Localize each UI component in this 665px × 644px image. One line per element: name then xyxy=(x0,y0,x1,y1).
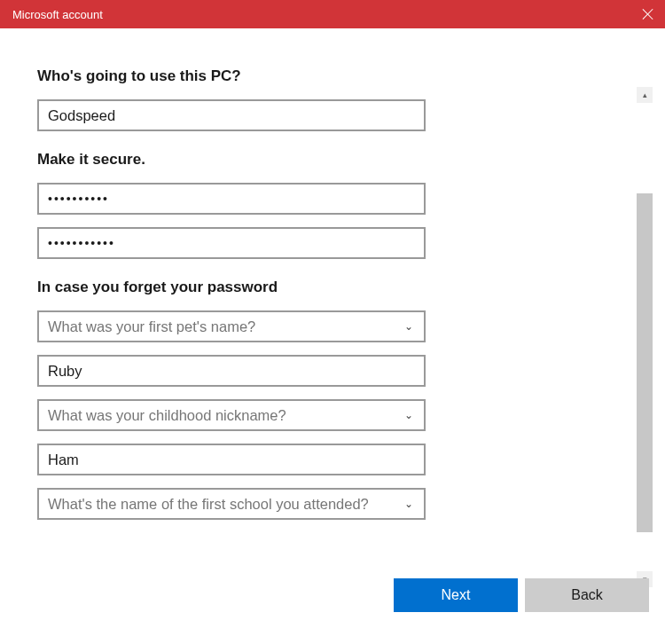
password-input[interactable]: •••••••••• xyxy=(48,192,109,206)
form-scroll-region: Who's going to use this PC? Make it secu… xyxy=(0,28,665,568)
security-question-3-text: What's the name of the first school you … xyxy=(48,496,404,513)
security-answer-1-wrap[interactable] xyxy=(37,355,426,387)
security-question-1-select[interactable]: What was your first pet's name? ⌄ xyxy=(37,310,426,342)
window-title: Microsoft account xyxy=(12,8,103,21)
next-button[interactable]: Next xyxy=(394,578,518,612)
heading-secure: Make it secure. xyxy=(37,151,612,169)
footer: Next Back xyxy=(0,568,665,644)
body-area: Who's going to use this PC? Make it secu… xyxy=(0,28,665,644)
password-confirm-field-wrap[interactable]: ••••••••••• xyxy=(37,227,426,259)
scroll-up-arrow-icon[interactable]: ▴ xyxy=(637,87,653,103)
username-input[interactable] xyxy=(48,101,415,130)
chevron-down-icon: ⌄ xyxy=(404,320,413,333)
titlebar: Microsoft account xyxy=(0,0,665,28)
close-icon[interactable] xyxy=(642,8,654,20)
chevron-down-icon: ⌄ xyxy=(404,409,413,421)
security-answer-2-wrap[interactable] xyxy=(37,444,426,475)
security-question-2-select[interactable]: What was your childhood nickname? ⌄ xyxy=(37,399,426,431)
security-question-1-text: What was your first pet's name? xyxy=(48,318,404,335)
chevron-down-icon: ⌄ xyxy=(404,498,413,510)
password-confirm-input[interactable]: ••••••••••• xyxy=(48,236,115,250)
heading-user: Who's going to use this PC? xyxy=(37,67,612,85)
heading-recovery: In case you forget your password xyxy=(37,279,612,296)
security-answer-2-input[interactable] xyxy=(48,445,415,474)
security-answer-1-input[interactable] xyxy=(48,357,415,385)
scrollbar-thumb[interactable] xyxy=(637,193,653,532)
security-question-3-select[interactable]: What's the name of the first school you … xyxy=(37,488,426,520)
security-question-2-text: What was your childhood nickname? xyxy=(48,407,404,424)
back-button[interactable]: Back xyxy=(525,578,649,612)
password-field-wrap[interactable]: •••••••••• xyxy=(37,183,426,215)
scrollbar[interactable]: ▴ ▾ xyxy=(637,87,653,587)
username-field-wrap[interactable] xyxy=(37,99,426,131)
